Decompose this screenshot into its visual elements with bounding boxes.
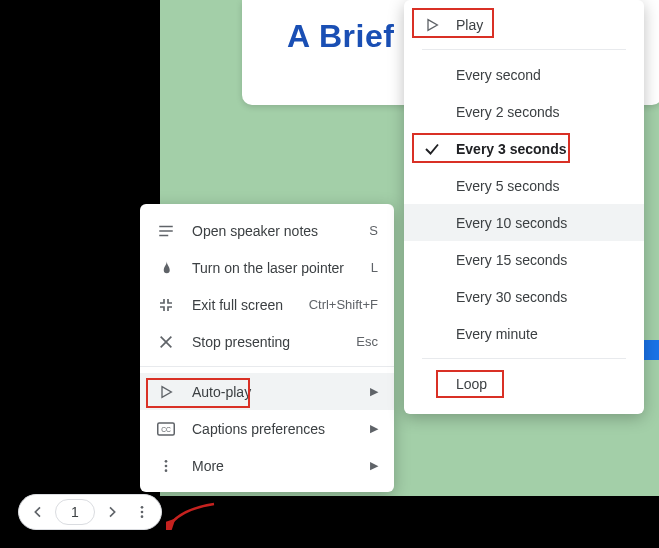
- menu-item-stop-presenting[interactable]: Stop presenting Esc: [140, 323, 394, 360]
- svg-marker-11: [428, 19, 437, 30]
- more-vert-icon: [156, 458, 176, 474]
- menu-item-exit-fullscreen[interactable]: Exit full screen Ctrl+Shift+F: [140, 286, 394, 323]
- menu-item-laser-pointer[interactable]: Turn on the laser pointer L: [140, 249, 394, 286]
- submenu-label: Every 5 seconds: [456, 178, 560, 194]
- menu-item-more[interactable]: More ▶: [140, 447, 394, 484]
- menu-shortcut: Esc: [356, 334, 378, 349]
- menu-shortcut: S: [369, 223, 378, 238]
- slide-nav-toolbar: [18, 494, 162, 530]
- svg-text:CC: CC: [161, 426, 171, 433]
- menu-separator: [422, 358, 626, 359]
- captions-icon: CC: [156, 422, 176, 436]
- play-icon: [156, 384, 176, 400]
- menu-label: Turn on the laser pointer: [192, 260, 355, 276]
- submenu-label: Every 30 seconds: [456, 289, 567, 305]
- submenu-item-every-15-seconds[interactable]: Every 15 seconds: [404, 241, 644, 278]
- svg-point-14: [141, 515, 144, 518]
- laser-pointer-icon: [156, 259, 176, 277]
- submenu-item-every-minute[interactable]: Every minute: [404, 315, 644, 352]
- exit-fullscreen-icon: [156, 297, 176, 313]
- menu-shortcut: L: [371, 260, 378, 275]
- svg-point-8: [165, 460, 168, 463]
- submenu-item-every-10-seconds[interactable]: Every 10 seconds: [404, 204, 644, 241]
- menu-item-auto-play[interactable]: Auto-play ▶: [140, 373, 394, 410]
- play-icon: [422, 17, 442, 33]
- submenu-caret-icon: ▶: [370, 385, 378, 398]
- more-options-button[interactable]: [127, 497, 157, 527]
- submenu-label: Every 2 seconds: [456, 104, 560, 120]
- presenter-context-menu: Open speaker notes S Turn on the laser p…: [140, 204, 394, 492]
- submenu-item-every-3-seconds[interactable]: Every 3 seconds: [404, 130, 644, 167]
- menu-label: Stop presenting: [192, 334, 340, 350]
- annotation-arrow: [166, 500, 216, 530]
- slide-number-input[interactable]: [55, 499, 95, 525]
- menu-label: More: [192, 458, 354, 474]
- submenu-label: Every second: [456, 67, 541, 83]
- next-slide-button[interactable]: [97, 497, 127, 527]
- submenu-caret-icon: ▶: [370, 422, 378, 435]
- submenu-caret-icon: ▶: [370, 459, 378, 472]
- submenu-item-every-5-seconds[interactable]: Every 5 seconds: [404, 167, 644, 204]
- menu-label: Captions preferences: [192, 421, 354, 437]
- menu-item-captions[interactable]: CC Captions preferences ▶: [140, 410, 394, 447]
- menu-separator: [140, 366, 394, 367]
- menu-separator: [422, 49, 626, 50]
- check-icon: [422, 140, 442, 158]
- autoplay-submenu: Play Every second Every 2 seconds Every …: [404, 0, 644, 414]
- menu-label: Open speaker notes: [192, 223, 353, 239]
- submenu-label: Every 3 seconds: [456, 141, 567, 157]
- submenu-label: Every 10 seconds: [456, 215, 567, 231]
- submenu-label: Loop: [456, 376, 487, 392]
- submenu-label: Play: [456, 17, 483, 33]
- submenu-item-play[interactable]: Play: [404, 6, 644, 43]
- menu-shortcut: Ctrl+Shift+F: [309, 297, 378, 312]
- submenu-item-every-2-seconds[interactable]: Every 2 seconds: [404, 93, 644, 130]
- svg-point-13: [141, 511, 144, 514]
- svg-point-12: [141, 506, 144, 509]
- submenu-item-loop[interactable]: Loop: [404, 365, 644, 402]
- svg-marker-5: [162, 386, 171, 397]
- menu-label: Exit full screen: [192, 297, 293, 313]
- svg-point-9: [165, 464, 168, 467]
- prev-slide-button[interactable]: [23, 497, 53, 527]
- submenu-item-every-second[interactable]: Every second: [404, 56, 644, 93]
- submenu-item-every-30-seconds[interactable]: Every 30 seconds: [404, 278, 644, 315]
- submenu-label: Every 15 seconds: [456, 252, 567, 268]
- speaker-notes-icon: [156, 222, 176, 240]
- svg-point-10: [165, 469, 168, 472]
- submenu-label: Every minute: [456, 326, 538, 342]
- close-icon: [156, 334, 176, 350]
- menu-label: Auto-play: [192, 384, 354, 400]
- menu-item-speaker-notes[interactable]: Open speaker notes S: [140, 212, 394, 249]
